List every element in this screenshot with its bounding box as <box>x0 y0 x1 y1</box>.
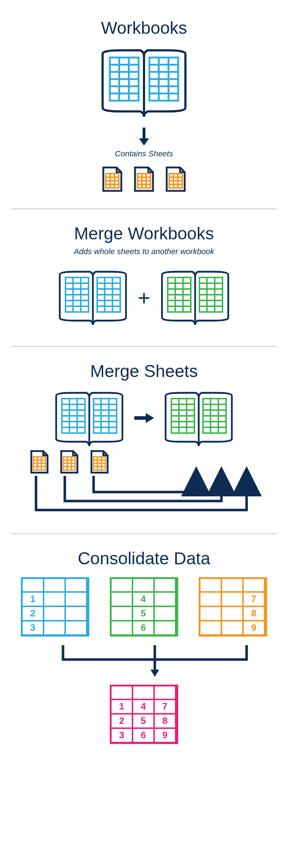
source-sheets-row <box>25 449 277 476</box>
sheet-file-icon <box>133 166 155 194</box>
divider <box>11 208 277 209</box>
merge-sheets-title: Merge Sheets <box>11 361 277 381</box>
flow-connectors <box>11 476 277 519</box>
svg-rect-132 <box>44 593 64 606</box>
svg-rect-149 <box>155 593 175 606</box>
section-merge-workbooks: Merge Workbooks Adds whole sheets to ano… <box>11 216 277 339</box>
svg-text:7: 7 <box>251 593 256 604</box>
svg-rect-137 <box>66 607 86 620</box>
svg-text:3: 3 <box>30 622 35 633</box>
arrow-right-icon <box>134 411 154 427</box>
svg-rect-157 <box>155 621 175 634</box>
svg-text:7: 7 <box>162 701 167 712</box>
svg-marker-89 <box>146 413 154 423</box>
svg-text:8: 8 <box>162 715 167 726</box>
svg-text:9: 9 <box>251 622 256 633</box>
plus-operator: + <box>138 285 150 310</box>
svg-rect-176 <box>112 686 132 699</box>
workbook-blue-icon <box>57 269 129 326</box>
consolidate-connectors <box>25 647 263 676</box>
svg-rect-167 <box>222 607 242 620</box>
svg-rect-145 <box>155 579 175 591</box>
svg-rect-170 <box>201 621 221 634</box>
svg-rect-166 <box>201 607 221 620</box>
svg-text:2: 2 <box>119 715 124 726</box>
workbook-icon <box>99 47 189 119</box>
svg-rect-136 <box>44 607 64 620</box>
svg-text:2: 2 <box>30 608 35 619</box>
result-table: 147258369 <box>106 683 182 747</box>
svg-rect-159 <box>201 579 221 591</box>
svg-rect-129 <box>66 579 86 591</box>
section-consolidate: Consolidate Data 123456789 147258369 <box>11 541 277 762</box>
svg-rect-177 <box>133 686 153 699</box>
svg-text:3: 3 <box>119 730 124 740</box>
svg-marker-174 <box>150 670 159 677</box>
workbook-blue-icon <box>53 390 125 447</box>
svg-text:4: 4 <box>141 593 146 604</box>
data-table-icon: 123 <box>19 575 91 638</box>
svg-text:8: 8 <box>251 608 256 619</box>
svg-marker-18 <box>139 138 149 146</box>
svg-text:9: 9 <box>162 730 167 740</box>
sheet-file-icon <box>30 449 49 476</box>
svg-rect-163 <box>222 593 242 606</box>
svg-rect-150 <box>112 607 132 620</box>
source-table: 123 <box>17 575 93 640</box>
workbook-green-icon <box>163 390 235 447</box>
data-table-icon: 456 <box>108 575 180 638</box>
svg-rect-178 <box>155 686 175 699</box>
section-workbooks: Workbooks Contains Sheets <box>11 11 277 201</box>
sheet-file-icon <box>165 166 186 194</box>
merge-workbooks-title: Merge Workbooks <box>11 224 277 243</box>
svg-rect-161 <box>244 579 264 591</box>
svg-text:1: 1 <box>30 593 35 604</box>
svg-rect-128 <box>44 579 64 591</box>
svg-rect-162 <box>201 593 221 606</box>
svg-rect-127 <box>23 579 43 591</box>
svg-text:6: 6 <box>141 730 146 740</box>
workbooks-title: Workbooks <box>11 18 277 38</box>
sheets-row <box>11 166 277 194</box>
svg-rect-146 <box>112 593 132 606</box>
data-table-icon: 789 <box>197 575 269 638</box>
svg-text:6: 6 <box>141 622 146 633</box>
source-tables-row: 123456789 <box>11 575 277 640</box>
consolidate-title: Consolidate Data <box>11 548 277 568</box>
svg-text:4: 4 <box>141 701 146 712</box>
sheet-file-icon <box>59 449 79 476</box>
svg-rect-141 <box>66 621 86 634</box>
svg-rect-144 <box>133 579 153 591</box>
svg-text:5: 5 <box>141 715 146 726</box>
source-table: 789 <box>195 575 271 640</box>
svg-rect-171 <box>222 621 242 634</box>
divider <box>11 346 277 347</box>
sheet-file-icon <box>102 166 123 194</box>
workbook-green-icon <box>159 269 231 326</box>
divider <box>11 533 277 534</box>
merge-workbooks-subtitle: Adds whole sheets to another workbook <box>11 247 277 256</box>
svg-rect-154 <box>112 621 132 634</box>
contains-sheets-label: Contains Sheets <box>11 149 277 159</box>
sheet-file-icon <box>90 449 109 476</box>
svg-rect-153 <box>155 607 175 620</box>
svg-rect-140 <box>44 621 64 634</box>
svg-rect-143 <box>112 579 132 591</box>
svg-rect-160 <box>222 579 242 591</box>
source-table: 456 <box>106 575 182 640</box>
svg-text:1: 1 <box>119 701 124 712</box>
arrow-down-icon <box>137 128 151 146</box>
section-merge-sheets: Merge Sheets <box>11 354 277 526</box>
svg-text:5: 5 <box>141 608 146 619</box>
svg-rect-133 <box>66 593 86 606</box>
